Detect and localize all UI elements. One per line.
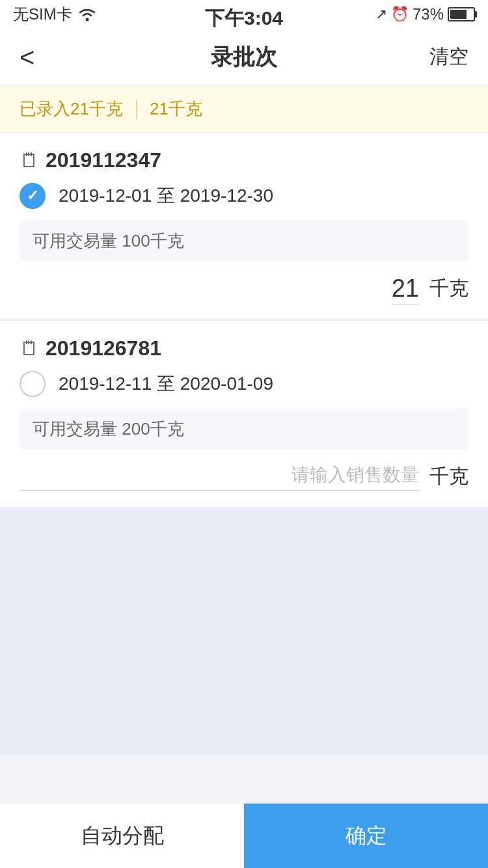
status-right: ↗ ⏰ 73%: [375, 5, 475, 23]
empty-area: [0, 508, 488, 755]
batch-1-unit: 千克: [429, 275, 468, 302]
batch-2-radio[interactable]: [20, 371, 46, 397]
info-divider: [136, 100, 137, 118]
back-button[interactable]: <: [20, 44, 34, 70]
batch-2-input-placeholder[interactable]: 请输入销售数量: [20, 463, 419, 487]
batch-1-available: 可用交易量 100千克: [20, 221, 468, 262]
status-time: 下午3:04: [205, 5, 283, 32]
batch-1-radio[interactable]: [20, 183, 46, 209]
status-left: 无SIM卡: [13, 4, 97, 25]
info-banner: 已录入21千克 21千克: [0, 86, 488, 133]
carrier-label: 无SIM卡: [13, 4, 72, 25]
battery-percent: 73%: [413, 5, 444, 23]
bottom-bar: 自动分配 确定: [0, 803, 488, 868]
nav-bar: < 录批次 清空: [0, 29, 488, 86]
batch-card-2: 🗒 2019126781 2019-12-11 至 2020-01-09 可用交…: [0, 321, 488, 506]
batch-1-header: 🗒 2019112347: [20, 148, 468, 172]
alarm-icon: ⏰: [391, 6, 409, 23]
batch-1-doc-icon: 🗒: [20, 150, 39, 172]
batch-2-header: 🗒 2019126781: [20, 336, 468, 360]
svg-point-0: [85, 18, 88, 21]
battery-icon: [448, 7, 475, 21]
batch-2-unit: 千克: [429, 463, 468, 490]
wifi-icon: [77, 7, 97, 21]
batch-2-input-container[interactable]: 请输入销售数量: [20, 463, 419, 491]
batch-2-doc-icon: 🗒: [20, 338, 39, 360]
batch-2-row[interactable]: 2019-12-11 至 2020-01-09: [20, 371, 468, 397]
batch-card-1: 🗒 2019112347 2019-12-01 至 2019-12-30 可用交…: [0, 133, 488, 318]
auto-distribute-button[interactable]: 自动分配: [0, 804, 244, 868]
confirm-button[interactable]: 确定: [244, 804, 488, 868]
batch-2-id: 2019126781: [46, 336, 161, 360]
batch-item-2: 🗒 2019126781 2019-12-11 至 2020-01-09 可用交…: [0, 321, 488, 450]
location-icon: ↗: [375, 6, 387, 23]
clear-button[interactable]: 清空: [429, 44, 468, 70]
batch-1-amount-value: 21: [392, 275, 419, 302]
batch-2-available: 可用交易量 200千克: [20, 409, 468, 450]
recorded-label: 已录入21千克: [20, 98, 123, 120]
battery-fill: [450, 10, 467, 19]
status-bar: 无SIM卡 下午3:04 ↗ ⏰ 73%: [0, 0, 488, 29]
page-title: 录批次: [211, 42, 277, 72]
info-amount: 21千克: [150, 98, 202, 120]
batch-1-row[interactable]: 2019-12-01 至 2019-12-30: [20, 183, 468, 209]
batch-1-amount-container[interactable]: 21: [392, 275, 419, 303]
batch-2-date: 2019-12-11 至 2020-01-09: [59, 372, 273, 396]
batch-item-1: 🗒 2019112347 2019-12-01 至 2019-12-30 可用交…: [0, 133, 488, 262]
batch-1-date: 2019-12-01 至 2019-12-30: [59, 183, 273, 208]
batch-1-amount-row: 21 千克: [0, 262, 488, 318]
batch-2-input-row: 请输入销售数量 千克: [0, 450, 488, 506]
batch-1-id: 2019112347: [46, 148, 161, 172]
